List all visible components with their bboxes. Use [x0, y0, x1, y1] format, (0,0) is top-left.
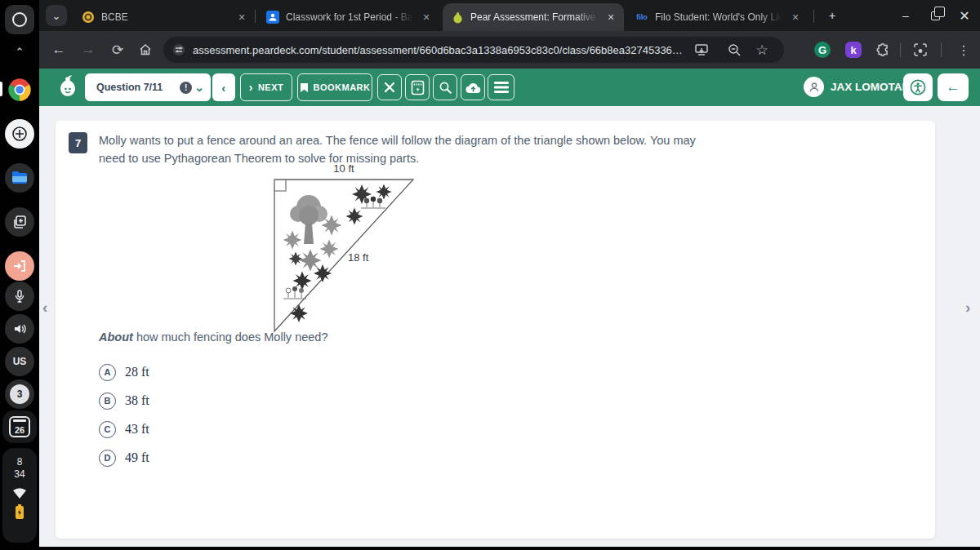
speaker-icon	[12, 322, 27, 336]
answer-option-a[interactable]: A 28 ft	[99, 362, 149, 382]
reload-icon[interactable]: ⟳	[108, 40, 127, 60]
sign-out-app-button[interactable]	[5, 251, 34, 281]
browser-window: ⌄ BCBE ✕ Classwork for 1st Period - Barn…	[39, 0, 980, 550]
minimize-button[interactable]: –	[895, 5, 916, 26]
answer-option-c[interactable]: C 43 ft	[99, 419, 149, 439]
student-name: JAX LOMOTAN	[831, 81, 910, 93]
send-to-device-icon[interactable]	[694, 42, 709, 57]
tab-search-button[interactable]: ⌄	[46, 5, 67, 26]
kami-extension-button[interactable]: k	[844, 41, 862, 59]
tab-close-icon[interactable]: ✕	[235, 11, 248, 24]
files-app-button[interactable]	[5, 163, 34, 193]
tab-title: Classwork for 1st Period - Barn	[286, 11, 413, 23]
screenshot-tool-button[interactable]	[5, 207, 34, 237]
extensions-menu-button[interactable]	[874, 41, 892, 59]
restore-button[interactable]	[924, 5, 946, 26]
site-settings-tune-icon[interactable]	[172, 42, 186, 57]
kami-icon: k	[845, 42, 862, 58]
forward-icon[interactable]: →	[78, 40, 98, 60]
question-selector-label: Question 7/11	[96, 82, 180, 93]
toolbar-separator	[900, 42, 901, 57]
magnifier-tool-button[interactable]	[433, 74, 457, 100]
grammarly-icon: G	[814, 42, 831, 58]
tab-classwork[interactable]: Classwork for 1st Period - Barn ✕	[258, 3, 439, 31]
tab-separator	[813, 10, 814, 23]
screen-capture-indicator-button[interactable]	[911, 41, 929, 59]
back-icon[interactable]: ←	[49, 40, 69, 60]
line-reader-tool-button[interactable]	[488, 74, 514, 100]
calendar-date-label: 26	[15, 425, 24, 435]
cloud-upload-tool-button[interactable]	[461, 74, 485, 100]
status-tray-button[interactable]: 8 34	[2, 448, 37, 543]
close-window-button[interactable]: ✕	[954, 5, 975, 26]
line-reader-icon	[494, 82, 509, 93]
keyboard-layout-indicator[interactable]: US	[5, 347, 34, 376]
home-icon[interactable]	[136, 40, 155, 60]
bookmark-star-icon[interactable]: ☆	[755, 42, 769, 57]
address-bar[interactable]: assessment.peardeck.com/student/assessme…	[163, 37, 784, 63]
exit-door-icon	[12, 259, 27, 273]
microphone-icon	[12, 289, 27, 304]
tab-bcbe[interactable]: BCBE ✕	[74, 3, 255, 31]
magnifier-icon	[439, 81, 452, 95]
tab-pear-assessment[interactable]: Pear Assessment: Formative an ✕	[443, 3, 624, 31]
chevron-left-icon: ‹	[221, 81, 226, 95]
tab-close-icon[interactable]: ✕	[420, 11, 433, 24]
chrome-app-button[interactable]	[5, 75, 34, 104]
prompt-emphasis: About	[99, 330, 133, 344]
battery-charging-icon	[15, 504, 24, 520]
copy-screens-icon	[11, 214, 28, 230]
url-text[interactable]: assessment.peardeck.com/student/assessme…	[193, 44, 683, 56]
tab-strip: ⌄ BCBE ✕ Classwork for 1st Period - Barn…	[39, 0, 980, 31]
bookmark-question-button[interactable]: BOOKMARK	[297, 73, 372, 101]
arrow-left-icon: ←	[947, 79, 960, 95]
dictation-button[interactable]	[5, 282, 34, 311]
option-value: 49 ft	[125, 450, 149, 465]
cross-out-icon	[384, 82, 395, 93]
tab-close-icon[interactable]: ✕	[789, 11, 802, 24]
grammarly-extension-button[interactable]: G	[813, 41, 831, 59]
answer-option-b[interactable]: B 38 ft	[99, 391, 149, 410]
tab-close-icon[interactable]: ✕	[604, 11, 617, 24]
top-side-label: 10 ft	[333, 162, 354, 175]
page-prev-chevron[interactable]: ‹	[42, 299, 47, 317]
launcher-button[interactable]	[5, 5, 34, 34]
option-letter[interactable]: B	[99, 393, 116, 410]
exit-assessment-button[interactable]: ←	[938, 73, 969, 101]
notification-count-label: 3	[10, 384, 29, 404]
calendar-tray-button[interactable]: 26	[2, 410, 37, 443]
browser-menu-icon[interactable]: ⋮	[954, 40, 973, 60]
select-to-speak-button[interactable]	[5, 314, 34, 344]
next-question-button[interactable]: › NEXT	[240, 73, 292, 101]
option-letter[interactable]: A	[99, 364, 116, 381]
shelf-expand-chevron-icon[interactable]: ⌃	[5, 44, 34, 59]
tab-title: Filo Student: World's Only Live	[655, 11, 782, 23]
question-card: 7 Molly wants to put a fence around an a…	[56, 121, 935, 539]
previous-question-button[interactable]: ‹	[212, 73, 235, 101]
answer-option-d[interactable]: D 49 ft	[99, 448, 149, 468]
notification-counter[interactable]: 3	[5, 379, 34, 409]
zoom-level-icon[interactable]	[727, 42, 742, 57]
chromeos-shelf: ⌃	[0, 0, 39, 550]
calculator-tool-button[interactable]	[405, 74, 430, 100]
page-next-chevron[interactable]: ›	[965, 299, 970, 317]
clock: 8 34	[2, 456, 37, 481]
option-letter[interactable]: C	[99, 421, 116, 438]
browser-toolbar: ← → ⟳ assessment.peardeck.com/student/as…	[39, 31, 980, 69]
accessibility-button[interactable]	[903, 73, 933, 101]
assessment-toolbar: Question 7/11 ! ⌄ ‹ › NEXT BOOKMARK	[39, 69, 980, 106]
question-selector-dropdown[interactable]: Question 7/11 ! ⌄	[85, 73, 211, 101]
clock-hour: 8	[2, 456, 37, 468]
tab-title: Pear Assessment: Formative an	[470, 11, 598, 23]
bottom-edge	[39, 547, 980, 550]
option-value: 38 ft	[125, 393, 149, 408]
tab-filo[interactable]: filo Filo Student: World's Only Live ✕	[627, 3, 808, 31]
bookmark-icon	[300, 82, 309, 93]
wifi-icon	[11, 487, 28, 500]
screen-capture-app-button[interactable]	[5, 119, 34, 149]
cross-out-tool-button[interactable]	[377, 74, 402, 100]
launcher-icon	[12, 12, 27, 27]
student-identity: JAX LOMOTAN	[804, 77, 910, 97]
new-tab-button[interactable]: +	[822, 5, 843, 26]
option-letter[interactable]: D	[99, 450, 116, 467]
